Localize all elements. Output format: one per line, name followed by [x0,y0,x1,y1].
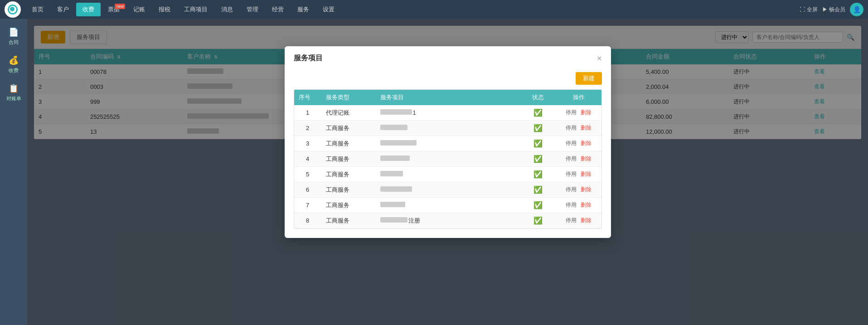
modal-cell-type: 工商服务 [321,136,376,151]
modal-cell-action[interactable]: 停用 删除 [556,121,601,136]
modal-toolbar: 新建 [294,72,602,85]
modal-col-item: 服务项目 [376,90,520,105]
stop-link[interactable]: 停用 [566,125,577,131]
top-nav: 首页 客户 收费 票据 new 记账 报税 工商项目 消息 管理 经营 服务 设… [0,0,868,19]
status-check-icon: ✅ [533,170,543,178]
modal-cell-seq: 4 [294,151,321,167]
modal-body: 新建 序号 服务类型 服务项目 状态 操作 [285,68,611,238]
modal-table-row: 3 工商服务 ✅ 停用 删除 [294,136,601,151]
modal-cell-action[interactable]: 停用 删除 [556,182,601,198]
modal-table: 序号 服务类型 服务项目 状态 操作 1 代理记账 1 ✅ 停用 删除 [294,90,601,228]
modal-close-button[interactable]: × [597,54,602,63]
modal-cell-type: 工商服务 [321,121,376,136]
modal-new-button[interactable]: 新建 [576,72,602,85]
nav-item-invoice[interactable]: 票据 new [102,3,126,16]
modal-cell-status: ✅ [520,105,556,121]
stop-link[interactable]: 停用 [566,171,577,177]
modal-table-row: 6 工商服务 ✅ 停用 删除 [294,182,601,198]
nav-item-management[interactable]: 管理 [240,3,265,16]
nav-item-business[interactable]: 工商项目 [178,3,214,16]
modal-cell-status: ✅ [520,213,556,228]
modal-cell-item [376,182,520,198]
modal-cell-action[interactable]: 停用 删除 [556,213,601,228]
modal-cell-seq: 5 [294,167,321,182]
statement-icon: 📋 [9,83,19,93]
stop-link[interactable]: 停用 [566,155,577,162]
sidebar-item-contract[interactable]: 📄 合同 [2,24,25,49]
sidebar-label-statement: 对账单 [6,95,21,102]
contract-icon: 📄 [9,27,19,37]
nav-item-settings[interactable]: 设置 [316,3,341,16]
modal-cell-seq: 7 [294,198,321,213]
layout: 📄 合同 💰 收费 📋 对账单 新增 服务项目 进行中 已完成 已终止 [0,19,868,325]
modal-cell-seq: 3 [294,136,321,151]
fullscreen-btn[interactable]: ⛶ 全屏 [800,6,817,14]
delete-link[interactable]: 删除 [581,109,592,116]
delete-link[interactable]: 删除 [581,171,592,177]
sidebar: 📄 合同 💰 收费 📋 对账单 [0,19,27,325]
stop-link[interactable]: 停用 [566,202,577,208]
modal-table-row: 5 工商服务 ✅ 停用 删除 [294,167,601,182]
delete-link[interactable]: 删除 [581,140,592,146]
modal-col-status: 状态 [520,90,556,105]
status-check-icon: ✅ [533,201,543,209]
modal-table-row: 7 工商服务 ✅ 停用 删除 [294,198,601,213]
modal-cell-seq: 8 [294,213,321,228]
modal-cell-action[interactable]: 停用 删除 [556,151,601,167]
modal-cell-action[interactable]: 停用 删除 [556,198,601,213]
modal-cell-action[interactable]: 停用 删除 [556,105,601,121]
delete-link[interactable]: 删除 [581,217,592,223]
modal-cell-type: 工商服务 [321,182,376,198]
user-avatar[interactable]: 👤 [850,3,863,16]
modal-cell-item [376,198,520,213]
nav-item-customer[interactable]: 客户 [51,3,75,16]
nav-item-operation[interactable]: 经营 [266,3,290,16]
modal-cell-seq: 1 [294,105,321,121]
nav-item-service[interactable]: 服务 [291,3,315,16]
modal-cell-type: 工商服务 [321,151,376,167]
billing-icon: 💰 [9,55,19,65]
modal-cell-type: 代理记账 [321,105,376,121]
stop-link[interactable]: 停用 [566,186,577,193]
delete-link[interactable]: 删除 [581,155,592,162]
modal-cell-seq: 2 [294,121,321,136]
modal-cell-action[interactable]: 停用 删除 [556,167,601,182]
modal-cell-item [376,121,520,136]
status-check-icon: ✅ [533,140,543,147]
modal-table-row: 1 代理记账 1 ✅ 停用 删除 [294,105,601,121]
modal-cell-status: ✅ [520,151,556,167]
stop-link[interactable]: 停用 [566,217,577,223]
status-check-icon: ✅ [533,124,543,132]
nav-right: ⛶ 全屏 ▶ 畅会员 👤 [800,3,863,16]
modal-cell-item [376,167,520,182]
nav-item-home[interactable]: 首页 [25,3,50,16]
sidebar-item-billing[interactable]: 💰 收费 [2,52,25,78]
modal-cell-seq: 6 [294,182,321,198]
sidebar-item-statement[interactable]: 📋 对账单 [2,80,25,106]
nav-item-message[interactable]: 消息 [215,3,239,16]
modal-col-action: 操作 [556,90,601,105]
modal-cell-action[interactable]: 停用 删除 [556,136,601,151]
modal-cell-status: ✅ [520,198,556,213]
status-check-icon: ✅ [533,155,543,163]
logo [5,1,21,18]
modal-col-seq: 序号 [294,90,321,105]
nav-item-billing[interactable]: 收费 [76,3,101,16]
modal-cell-status: ✅ [520,121,556,136]
stop-link[interactable]: 停用 [566,109,577,116]
nav-item-bookkeeping[interactable]: 记账 [127,3,151,16]
member-btn[interactable]: ▶ 畅会员 [822,6,845,14]
modal-table-wrap[interactable]: 序号 服务类型 服务项目 状态 操作 1 代理记账 1 ✅ 停用 删除 [294,89,602,229]
sidebar-label-billing: 收费 [9,67,19,74]
modal-table-row: 4 工商服务 ✅ 停用 删除 [294,151,601,167]
nav-item-tax[interactable]: 报税 [152,3,177,16]
modal-cell-status: ✅ [520,167,556,182]
modal-title: 服务项目 [294,53,323,63]
status-check-icon: ✅ [533,109,543,116]
stop-link[interactable]: 停用 [566,140,577,146]
delete-link[interactable]: 删除 [581,125,592,131]
new-badge: new [115,4,125,9]
delete-link[interactable]: 删除 [581,202,592,208]
modal-cell-item [376,151,520,167]
delete-link[interactable]: 删除 [581,186,592,193]
